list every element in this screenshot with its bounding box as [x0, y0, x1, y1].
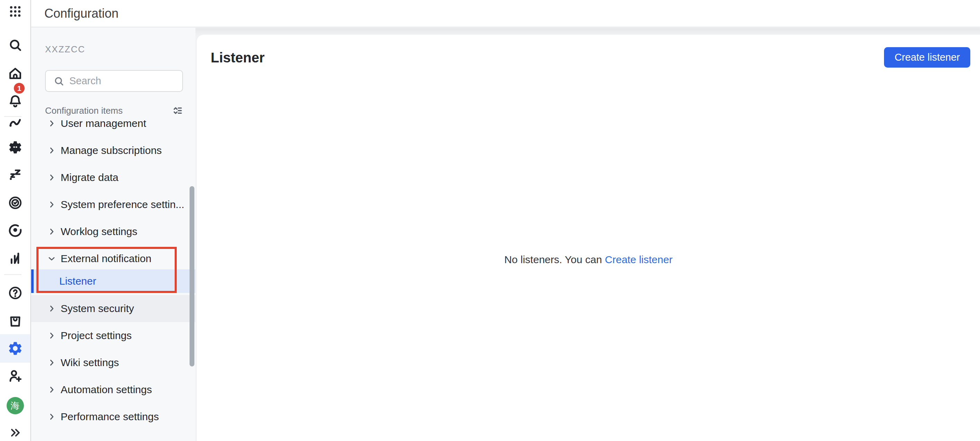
search-icon	[53, 76, 64, 87]
sidebar-scrollbar[interactable]	[189, 186, 194, 366]
empty-state: No listeners. You can Create listener	[197, 254, 980, 266]
config-items-list: User management Manage subscriptions Mig…	[31, 120, 196, 434]
chevron-right-icon	[47, 331, 56, 340]
search-icon[interactable]	[0, 31, 30, 59]
shopping-bag-icon[interactable]	[0, 306, 30, 335]
person-add-icon[interactable]	[0, 362, 30, 390]
chevron-right-icon	[47, 120, 56, 128]
swoosh-logo-icon[interactable]	[0, 108, 30, 136]
sidebar-item-migrate-data[interactable]: Migrate data	[31, 164, 196, 191]
help-circle-icon[interactable]	[0, 279, 30, 307]
settings-gear-icon[interactable]	[0, 334, 30, 363]
chevron-right-icon	[47, 412, 56, 421]
top-bar: Configuration	[31, 0, 980, 27]
selected-indicator-bar	[31, 269, 33, 293]
bug-settings-icon[interactable]	[0, 133, 30, 162]
empty-state-text: No listeners. You can	[504, 254, 602, 265]
sidebar-item-external-notification[interactable]: External notification	[31, 245, 196, 272]
chevron-right-icon	[47, 227, 56, 236]
page-title: Configuration	[45, 6, 119, 21]
app-root: Configuration	[0, 0, 980, 441]
chevron-down-icon	[47, 254, 56, 263]
bar-chart-icon[interactable]	[0, 244, 30, 272]
chevron-right-icon	[47, 200, 56, 209]
sidebar-item-user-management[interactable]: User management	[31, 120, 196, 137]
notification-badge: 1	[14, 83, 25, 94]
main-content: Listener Create listener No listeners. Y…	[197, 35, 980, 441]
chevron-right-icon	[47, 385, 56, 394]
rail-divider	[4, 274, 21, 275]
chevron-right-icon	[47, 304, 56, 313]
sidebar-item-wiki-settings[interactable]: Wiki settings	[31, 349, 196, 376]
sleep-zzz-icon[interactable]	[0, 161, 30, 189]
search-input[interactable]	[69, 75, 180, 87]
create-listener-button[interactable]: Create listener	[884, 47, 970, 68]
sidebar-item-system-security[interactable]: System security	[31, 295, 196, 322]
avatar[interactable]: 海	[0, 392, 30, 420]
collapse-all-icon[interactable]	[171, 105, 183, 116]
chevron-right-icon	[47, 358, 56, 367]
create-listener-link[interactable]: Create listener	[605, 254, 673, 265]
sidebar-item-performance-settings[interactable]: Performance settings	[31, 403, 196, 430]
home-icon[interactable]	[0, 59, 30, 88]
chevron-right-icon	[47, 146, 56, 155]
sidebar-item-worklog-settings[interactable]: Worklog settings	[31, 218, 196, 245]
config-sidebar: XXZZCC Configuration items User	[31, 27, 196, 441]
section-header: Configuration items	[45, 105, 183, 116]
expand-double-chevron-icon[interactable]	[0, 419, 30, 441]
workspace-name: XXZZCC	[45, 44, 85, 55]
goal-target-icon[interactable]	[0, 217, 30, 245]
apps-grid-icon[interactable]	[0, 0, 30, 25]
chevron-right-icon	[47, 173, 56, 182]
icon-rail: 1	[0, 0, 31, 441]
sidebar-item-automation-settings[interactable]: Automation settings	[31, 376, 196, 403]
verified-circle-icon[interactable]	[0, 189, 30, 217]
sidebar-item-project-settings[interactable]: Project settings	[31, 322, 196, 349]
sidebar-search[interactable]	[45, 70, 183, 92]
section-label: Configuration items	[45, 105, 123, 116]
sidebar-item-listener[interactable]: Listener	[31, 269, 196, 293]
sidebar-item-system-preference-settings[interactable]: System preference settin...	[31, 191, 196, 218]
sidebar-item-manage-subscriptions[interactable]: Manage subscriptions	[31, 137, 196, 164]
content-title: Listener	[211, 51, 265, 64]
